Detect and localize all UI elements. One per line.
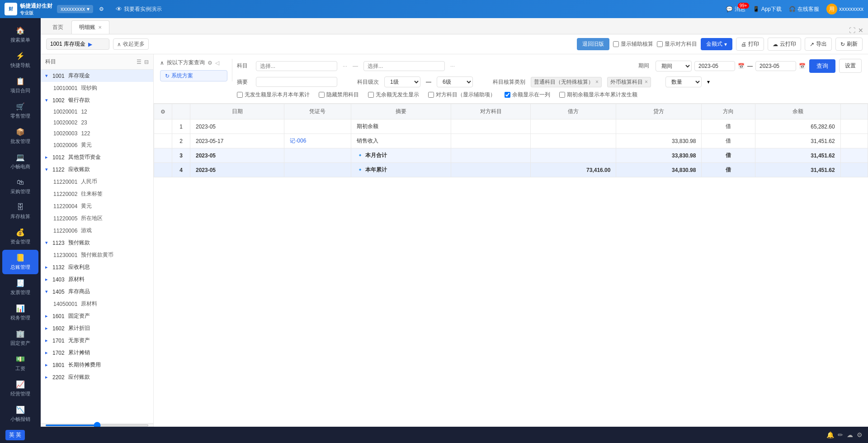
tree-item-1403[interactable]: ▸1403原材料 [41,273,153,286]
sidebar-item-inventory[interactable]: 🗄 库存核算 [2,200,38,224]
cloud-print-button[interactable]: ☁ 云打印 [768,38,801,51]
tree-item-1122[interactable]: ▾1122应收账款 [41,163,153,176]
maximize-button[interactable]: ⛶ [849,27,855,34]
expand-button[interactable]: ∧ 收起更多 [113,38,149,50]
demo-link[interactable]: 👁 我要看实例演示 [116,5,162,13]
cb-no-balance[interactable]: 无余额无发生显示 [368,91,419,99]
cb-contra-aux[interactable]: 对方科目（显示辅助项） [428,91,495,99]
sidebar-item-tax[interactable]: 📊 税务管理 [2,300,38,325]
tree-item-1012[interactable]: ▸1012其他货币资金 [41,151,153,163]
tree-item-11220004[interactable]: 11220004黄元 [41,200,153,212]
calendar-start-icon[interactable]: 📅 [738,63,745,69]
voucher-link[interactable]: 记-006 [290,138,306,144]
tree-item-10020001[interactable]: 1002000112 [41,106,153,117]
settings-icon[interactable]: ⚙ [96,4,107,14]
print-button[interactable]: 🖨 打印 [736,38,764,51]
cell-voucher[interactable]: 记-006 [284,134,351,148]
tree-item-1123[interactable]: ▾1123预付账款 [41,237,153,249]
horizontal-scrollbar[interactable] [45,424,149,426]
sidebar-item-payroll[interactable]: 💵 工资 [2,351,38,376]
tree-item-1702[interactable]: ▸1702累计摊销 [41,347,153,359]
query-button[interactable]: 查询 [809,59,835,73]
close-tab-icon[interactable]: ✕ [98,25,102,30]
filter-icon[interactable]: ⊟ [144,59,149,65]
tree-item-11220002[interactable]: 11220002往来标签 [41,188,153,200]
tree-item-1001[interactable]: ▾1001库存现金 [41,70,153,82]
cog-icon[interactable]: ⚙ [857,431,863,438]
level-start-select[interactable]: 1级 [384,76,420,87]
tab-ledger[interactable]: 明细账 ✕ [71,20,109,34]
period-end-input[interactable] [755,61,796,71]
level-end-select[interactable]: 6级 [437,76,473,87]
settings-button[interactable]: 设置 [839,59,862,73]
tree-item-10020003[interactable]: 10020003122 [41,128,153,139]
col-settings[interactable]: ⚙ [154,104,172,119]
refresh-button[interactable]: ↻ 刷新 [835,38,863,51]
show-contra-checkbox[interactable]: 显示对方科目 [657,40,697,48]
cloud-sync-icon[interactable]: ☁ [847,431,853,438]
company-selector[interactable]: xxxxxxxxx ▾ [57,5,93,13]
collapse-scheme-icon[interactable]: ◁ [215,60,219,66]
cb-no-balance-month[interactable]: 无发生额显示本月本年累计 [237,91,310,99]
sidebar-item-operations[interactable]: 📈 经营管理 [2,376,38,401]
sidebar-item-ledger[interactable]: 📒 总账管理 [2,250,38,274]
subject-end-input[interactable] [363,61,445,71]
tree-item-1002[interactable]: ▾1002银行存款 [41,94,153,106]
account-selector[interactable]: 1001 库存现金 ▶ [46,38,109,50]
sidebar-item-finance[interactable]: 💰 资金管理 [2,224,38,249]
tree-item-11220006[interactable]: 11220006游戏 [41,224,153,237]
summary-input[interactable] [256,77,337,87]
remove-tag1-icon[interactable]: × [595,79,599,85]
messages-button[interactable]: 💬 消息 99+ [726,5,745,13]
category-tag-2[interactable]: 外币核算科目 × [607,77,651,87]
sidebar-item-sales-report[interactable]: 📉 小畅报销 [2,402,38,426]
tree-item-2202[interactable]: ▸2202应付账款 [41,371,153,383]
translate-button[interactable]: 英 英 [5,430,25,440]
export-button[interactable]: ↗ 导出 [805,38,832,51]
cb-balance-one-col[interactable]: 余额显示在一列 [505,91,550,99]
category-tag-1[interactable]: 普通科目（无特殊核算） × [531,77,602,87]
sidebar-item-wholesale[interactable]: 📦 批发管理 [2,124,38,148]
tree-item-10020006[interactable]: 10020006黄元 [41,139,153,151]
tree-item-1801[interactable]: ▸1801长期待摊费用 [41,359,153,371]
list-icon[interactable]: ☰ [137,59,142,65]
tree-item-1602[interactable]: ▸1602累计折旧 [41,322,153,334]
tree-item-11220005[interactable]: 11220005所在地区 [41,212,153,224]
tree-item-11230001[interactable]: 11230001预付账款黄币 [41,249,153,261]
sidebar-item-contract[interactable]: 📋 项目合同 [2,73,38,98]
system-scheme-button[interactable]: ↻ 系统方案 [160,70,227,81]
cb-opening-balance[interactable]: 期初余额显示本年累计发生额 [559,91,637,99]
user-menu[interactable]: 用 xxxxxxxxx [826,4,863,14]
period-type-select[interactable]: 期间 [656,61,692,71]
remove-tag2-icon[interactable]: × [645,79,648,85]
sidebar-item-assets[interactable]: 🏢 固定资产 [2,326,38,350]
show-aux-checkbox[interactable]: 显示辅助核算 [613,40,653,48]
notification-icon[interactable]: 🔔 [826,431,834,438]
sidebar-item-invoice[interactable]: 🧾 发票管理 [2,275,38,300]
sidebar-item-ecommerce[interactable]: 💻 小畅电商 [2,149,38,174]
tree-item-11220001[interactable]: 11220001人民币 [41,176,153,188]
tree-item-10020002[interactable]: 1002000223 [41,117,153,128]
app-download-button[interactable]: 📱 App下载 [753,5,782,13]
filter-gear-icon[interactable]: ⚙ [208,60,212,66]
tree-item-1701[interactable]: ▸1701无形资产 [41,334,153,347]
tree-item-10010001[interactable]: 10010001现钞购 [41,82,153,94]
tree-item-1601[interactable]: ▸1601固定资产 [41,310,153,322]
cb-hide-disabled[interactable]: 隐藏禁用科目 [319,91,359,99]
subject-input[interactable] [256,61,337,71]
tree-item-14050001[interactable]: 14050001原材料 [41,298,153,310]
calendar-end-icon[interactable]: 📅 [799,63,806,69]
online-service-button[interactable]: 🎧 在线客服 [789,5,819,13]
close-window-button[interactable]: ✕ [858,27,863,34]
sidebar-item-home[interactable]: 🏠 搜索菜单 [2,23,38,47]
tree-item-1132[interactable]: ▸1132应收利息 [41,261,153,273]
amount-style-button[interactable]: 金额式 ▾ [701,38,732,50]
back-to-old-button[interactable]: 退回旧版 [577,38,609,50]
period-start-input[interactable] [694,61,735,71]
tree-item-1405[interactable]: ▾1405库存商品 [41,286,153,298]
edit-icon[interactable]: ✏ [838,431,843,438]
sidebar-item-retail[interactable]: 🛒 零售管理 [2,99,38,123]
tab-home[interactable]: 首页 [45,21,71,34]
quantity-select[interactable]: 数量 [665,76,702,87]
sidebar-item-purchase[interactable]: 🛍 采购管理 [2,175,38,199]
